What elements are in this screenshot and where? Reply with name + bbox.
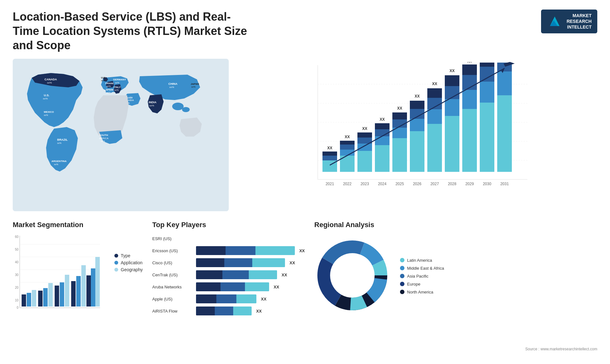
player-bar [196, 294, 256, 303]
legend-application: Application [114, 260, 143, 265]
svg-text:xx%: xx% [169, 86, 174, 89]
page-container: Location-Based Service (LBS) and Real-Ti… [0, 0, 610, 364]
north-america-dot [400, 290, 404, 294]
player-xx: XX [289, 260, 295, 265]
logo-text: MARKET RESEARCH INTELLECT [566, 13, 592, 30]
svg-rect-67 [392, 138, 407, 172]
bar-dark [196, 270, 222, 279]
player-xx: XX [299, 248, 305, 253]
player-xx: XX [281, 273, 287, 277]
svg-text:2024: 2024 [74, 310, 81, 310]
svg-text:xx%: xx% [44, 114, 48, 116]
svg-rect-133 [60, 282, 64, 307]
svg-rect-76 [410, 101, 424, 109]
segmentation-legend: Type Application Geography [114, 253, 143, 274]
app-dot [114, 261, 118, 265]
player-name: Ericsson (US) [152, 248, 193, 253]
svg-rect-132 [55, 286, 59, 307]
legend-latin-america: Latin America [400, 258, 444, 263]
player-bar [196, 282, 269, 291]
svg-rect-98 [480, 82, 494, 103]
bar-dark [196, 246, 226, 255]
svg-rect-138 [81, 265, 86, 307]
svg-rect-62 [375, 136, 390, 145]
segmentation-title: Market Segmentation [13, 221, 143, 229]
player-row-esri: ESRI (US) [152, 234, 305, 243]
header: Location-Based Service (LBS) and Real-Ti… [13, 10, 597, 52]
bar-mid [224, 258, 252, 267]
app-label: Application [121, 260, 143, 265]
svg-text:2022: 2022 [41, 310, 48, 310]
svg-text:10: 10 [15, 299, 19, 302]
player-name: AiRISTA Flow [152, 309, 193, 313]
bar-light [233, 307, 252, 315]
geo-label: Geography [121, 267, 143, 272]
svg-text:xx%: xx% [47, 81, 52, 84]
svg-rect-129 [43, 288, 48, 307]
type-label: Type [121, 253, 130, 258]
svg-text:XX: XX [362, 126, 367, 131]
svg-rect-103 [497, 95, 512, 172]
segmentation-section: Market Segmentation 60 50 40 30 20 10 0 [13, 218, 143, 354]
svg-text:2031: 2031 [500, 182, 509, 186]
svg-text:xx%: xx% [101, 140, 105, 142]
svg-rect-46 [322, 152, 337, 156]
bar-chart-svg: XX 2021 XX 2022 XX 2023 [241, 62, 591, 195]
svg-rect-91 [462, 109, 477, 172]
svg-text:xx%: xx% [106, 85, 111, 87]
regional-section: Regional Analysis [314, 218, 597, 354]
player-row-airista: AiRISTA Flow XX [152, 307, 305, 315]
logo-block: MARKET RESEARCH INTELLECT [541, 10, 597, 33]
svg-text:30: 30 [15, 273, 19, 277]
svg-text:2029: 2029 [465, 182, 474, 186]
player-bar [196, 307, 252, 315]
svg-text:xx%: xx% [149, 104, 154, 107]
bar-light [249, 270, 277, 279]
svg-text:AFRICA: AFRICA [99, 137, 109, 140]
content-bottom: Market Segmentation 60 50 40 30 20 10 0 [13, 218, 597, 354]
svg-text:xx%: xx% [54, 163, 58, 165]
svg-rect-52 [340, 141, 355, 145]
donut-chart [314, 237, 390, 315]
player-row-cisco: Cisco (US) XX [152, 258, 305, 267]
regional-title: Regional Analysis [314, 221, 597, 229]
svg-text:60: 60 [15, 235, 19, 239]
bar-mid [215, 307, 233, 315]
type-dot [114, 254, 118, 258]
player-row-apple: Apple (US) XX [152, 294, 305, 303]
player-bar [196, 270, 277, 279]
svg-text:2025: 2025 [90, 310, 96, 310]
svg-text:XX: XX [467, 62, 472, 63]
svg-rect-142 [95, 257, 100, 307]
legend-asia-pacific: Asia Pacific [400, 274, 444, 279]
svg-text:xx%: xx% [114, 89, 119, 91]
players-bars: ESRI (US) Ericsson (US) XX Cisco (US) [152, 234, 305, 315]
svg-rect-70 [392, 112, 407, 119]
player-bar [196, 246, 295, 255]
players-section: Top Key Players ESRI (US) Ericsson (US) [152, 218, 305, 354]
bar-dark [196, 307, 214, 315]
bar-chart-canvas: XX 2021 XX 2022 XX 2023 [241, 62, 591, 208]
svg-rect-74 [410, 119, 424, 131]
legend-type: Type [114, 253, 143, 258]
svg-text:CANADA: CANADA [44, 78, 57, 81]
bar-light [245, 282, 269, 291]
svg-text:2023: 2023 [58, 310, 64, 310]
world-map-svg: CANADA xx% U.S. xx% MEXICO xx% BRAZIL xx… [13, 59, 229, 211]
svg-rect-128 [38, 291, 43, 307]
bar-dark [196, 294, 216, 303]
bar-dark [196, 258, 224, 267]
north-america-label: North America [407, 290, 433, 294]
bar-mid [226, 246, 255, 255]
latin-america-label: Latin America [407, 258, 432, 263]
legend-mea: Middle East & Africa [400, 266, 444, 271]
bar-mid [222, 270, 249, 279]
svg-rect-73 [410, 131, 424, 172]
svg-text:SPAIN: SPAIN [106, 88, 113, 91]
svg-text:xx%: xx% [43, 97, 48, 100]
svg-rect-99 [480, 67, 494, 82]
bar-mid [216, 294, 236, 303]
player-xx: XX [274, 285, 279, 289]
svg-text:2023: 2023 [361, 182, 369, 186]
regional-legend: Latin America Middle East & Africa Asia … [400, 258, 444, 294]
